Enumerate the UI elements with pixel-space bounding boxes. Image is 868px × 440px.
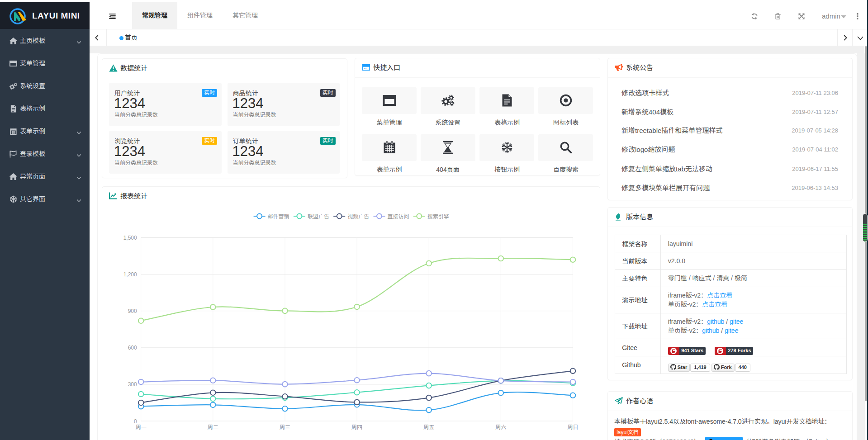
svg-text:搜索引擎: 搜索引擎 — [427, 213, 449, 220]
svg-text:900: 900 — [128, 308, 137, 314]
svg-text:1,200: 1,200 — [123, 271, 137, 278]
svg-text:周日: 周日 — [567, 424, 578, 431]
svg-text:视频广告: 视频广告 — [347, 213, 369, 220]
svg-text:周四: 周四 — [351, 424, 362, 431]
svg-text:直接访问: 直接访问 — [388, 213, 409, 220]
svg-text:周三: 周三 — [280, 424, 290, 431]
svg-text:0: 0 — [134, 418, 137, 425]
svg-text:600: 600 — [128, 345, 137, 351]
svg-text:联盟广告: 联盟广告 — [308, 213, 329, 220]
svg-text:周六: 周六 — [495, 424, 506, 431]
svg-text:周一: 周一 — [136, 424, 147, 431]
svg-text:1,500: 1,500 — [123, 235, 137, 241]
svg-text:周五: 周五 — [423, 424, 434, 431]
svg-text:周二: 周二 — [208, 424, 218, 431]
svg-text:邮件营销: 邮件营销 — [268, 213, 289, 220]
svg-text:300: 300 — [128, 382, 137, 388]
